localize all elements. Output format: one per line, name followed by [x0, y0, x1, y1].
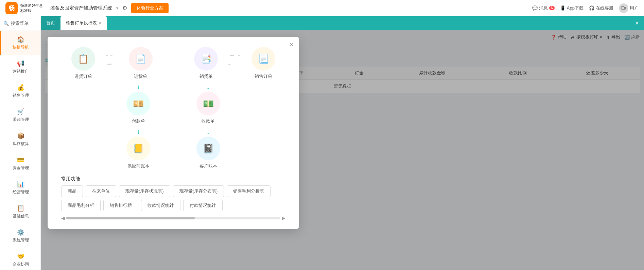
sidebar-item-sales[interactable]: 💰 销售管理 — [0, 79, 40, 103]
scroll-area: ◀ ▶ — [61, 215, 285, 221]
sidebar-item-finance[interactable]: 💳 资金管理 — [0, 151, 40, 176]
inventory-icon: 📦 — [17, 132, 24, 140]
system-title: 装备及固定资产辅助管理系统 — [50, 5, 112, 11]
sidebar-item-basic-info[interactable]: 📋 基础信息 — [0, 200, 40, 224]
message-button[interactable]: 💬 消息 6 — [532, 5, 555, 11]
operation-icon: 📊 — [17, 180, 24, 188]
sales-order-tab-label: 销售订单执行表 — [66, 20, 97, 26]
func-btn-partner[interactable]: 往来单位 — [86, 185, 116, 197]
sales-bill-label: 销货单 — [199, 73, 213, 79]
arrow-right-1: - - → — [106, 51, 119, 75]
purchase-bill-label: 进货单 — [134, 73, 147, 79]
func-btn-sales-profit[interactable]: 销售毛利分析表 — [227, 185, 271, 197]
sidebar-item-system[interactable]: ⚙️ 系统管理 — [0, 224, 40, 248]
flow-node-sales-bill: 📑 销货单 — [184, 47, 228, 79]
basic-info-icon: 📋 — [17, 204, 24, 212]
service-icon: 🎧 — [589, 5, 594, 11]
home-icon: 🏠 — [17, 36, 24, 43]
receipt-icon: 💵 — [196, 92, 220, 115]
func-btn-product-profit[interactable]: 商品毛利分析 — [61, 200, 101, 211]
logo-area: 畅 畅康通好生意 标准版 — [5, 2, 46, 14]
sidebar-item-quick-nav[interactable]: 🏠 快捷导航 — [0, 31, 40, 55]
func-btn-sales-rank[interactable]: 销售排行榜 — [103, 200, 138, 211]
supplier-ledger-icon: 📒 — [126, 137, 150, 160]
func-btn-receipt-stats[interactable]: 收款情况统计 — [141, 200, 180, 211]
common-functions: 常用功能 商品 往来单位 现存量(库存状况表) 现存量(库存分布表) 销售毛利分… — [61, 176, 285, 211]
func-btn-stock-dist[interactable]: 现存量(库存分布表) — [173, 185, 224, 197]
search-icon: 🔍 — [3, 21, 9, 26]
content-area: 首页 销售订单执行表 × × ❓ 帮助 🖨 按 — [41, 16, 644, 270]
sales-icon: 💰 — [17, 84, 24, 91]
flow-node-purchase-bill: 📄 进货单 — [118, 47, 163, 79]
enterprise-icon: 🤝 — [17, 253, 24, 260]
sidebar-item-purchase[interactable]: 🛒 采购管理 — [0, 103, 40, 127]
purchase-icon: 🛒 — [17, 108, 24, 115]
page-content: ❓ 帮助 🖨 按模板打印 ▾ ⬆ 导出 🔄 刷新 — [41, 30, 644, 270]
gear-icon[interactable]: ⚙ — [122, 5, 127, 11]
scroll-right-icon[interactable]: ▶ — [282, 215, 285, 221]
func-btn-payment-stats[interactable]: 付款情况统计 — [183, 200, 223, 211]
top-right: 💬 消息 6 📱 App下载 🎧 在线客服 Ea 用户 — [532, 3, 639, 13]
marketing-icon: 📢 — [17, 60, 24, 67]
tab-close-icon[interactable]: × — [99, 21, 101, 25]
tab-sales-order[interactable]: 销售订单执行表 × — [60, 16, 107, 30]
arrow-down-payment: ↓ — [115, 128, 162, 136]
scroll-thumb[interactable] — [66, 217, 195, 219]
sidebar-item-inventory[interactable]: 📦 库存核算 — [0, 127, 40, 151]
app-container: 畅 畅康通好生意 标准版 装备及固定资产辅助管理系统 ▾ ⚙ 体验行业方案 💬 … — [0, 0, 644, 270]
sales-order-icon: 📃 — [251, 47, 275, 71]
flow-node-receipt: 💵 收款单 — [185, 92, 232, 124]
main-layout: 🔍 搜索菜单 🏠 快捷导航 📢 营销推广 💰 销售管理 🛒 采购管理 📦 — [0, 16, 644, 270]
flow-node-purchase-order: 📋 进货订单 — [61, 47, 106, 79]
func-btn-stock-status[interactable]: 现存量(库存状况表) — [119, 185, 170, 197]
online-service-button[interactable]: 🎧 在线客服 — [589, 5, 613, 11]
purchase-order-icon: 📋 — [71, 47, 95, 71]
avatar: Ea — [619, 3, 628, 13]
download-icon: 📱 — [560, 5, 565, 11]
tab-bar: 首页 销售订单执行表 × × — [41, 16, 644, 30]
flow-node-payment: 💴 付款单 — [115, 92, 162, 124]
arrow-down-purchase: ↓ — [115, 84, 162, 91]
flow-diagram: 📋 进货订单 - - → 📄 进货单 — [61, 47, 285, 169]
user-menu[interactable]: Ea 用户 — [619, 3, 639, 13]
func-buttons: 商品 往来单位 现存量(库存状况表) 现存量(库存分布表) 销售毛利分析表 商品… — [61, 185, 285, 211]
customer-ledger-icon: 📓 — [196, 137, 220, 160]
tab-home[interactable]: 首页 — [41, 16, 60, 30]
purchase-bill-icon: 📄 — [129, 47, 153, 71]
sidebar-item-marketing[interactable]: 📢 营销推广 — [0, 55, 40, 79]
payment-label: 付款单 — [132, 118, 145, 124]
message-icon: 💬 — [532, 5, 538, 11]
trial-button[interactable]: 体验行业方案 — [131, 3, 169, 13]
sidebar-search[interactable]: 🔍 搜索菜单 — [0, 16, 40, 31]
logo-text: 畅康通好生意 标准版 — [20, 3, 43, 13]
arrow-down-sales: ↓ — [185, 84, 232, 91]
receipt-label: 收款单 — [202, 118, 215, 124]
flow-node-sales-order: 📃 销售订单 — [241, 47, 285, 79]
scroll-left-icon[interactable]: ◀ — [61, 215, 65, 221]
sidebar-item-enterprise[interactable]: 🤝 企业协同 — [0, 248, 40, 270]
sidebar-item-operation[interactable]: 📊 经营管理 — [0, 176, 40, 200]
finance-icon: 💳 — [17, 156, 24, 164]
flow-node-supplier-ledger: 📒 供应商账本 — [115, 137, 162, 169]
system-icon: ⚙️ — [17, 229, 24, 236]
top-bar: 畅 畅康通好生意 标准版 装备及固定资产辅助管理系统 ▾ ⚙ 体验行业方案 💬 … — [0, 0, 644, 16]
chevron-down-icon[interactable]: ▾ — [116, 6, 118, 11]
home-tab-label: 首页 — [46, 20, 55, 26]
modal: × 📋 进货订单 - - → — [48, 37, 299, 229]
scroll-track[interactable] — [66, 217, 280, 219]
arrow-left-1: ← - - — [228, 51, 241, 75]
app-download-button[interactable]: 📱 App下载 — [560, 5, 584, 11]
sales-bill-icon: 📑 — [194, 47, 218, 71]
modal-close-button[interactable]: × — [290, 41, 294, 49]
modal-overlay[interactable]: × 📋 进货订单 - - → — [41, 30, 644, 270]
func-btn-product[interactable]: 商品 — [61, 185, 83, 197]
common-func-title: 常用功能 — [61, 176, 285, 182]
arrow-down-receipt: ↓ — [185, 128, 232, 136]
purchase-order-label: 进货订单 — [74, 73, 92, 79]
payment-icon: 💴 — [126, 92, 150, 115]
tab-bar-close-button[interactable]: × — [629, 20, 644, 27]
logo-icon: 畅 — [5, 2, 18, 14]
sales-order-label: 销售订单 — [255, 73, 272, 79]
supplier-ledger-label: 供应商账本 — [127, 163, 150, 169]
sidebar: 🔍 搜索菜单 🏠 快捷导航 📢 营销推广 💰 销售管理 🛒 采购管理 📦 — [0, 16, 41, 270]
